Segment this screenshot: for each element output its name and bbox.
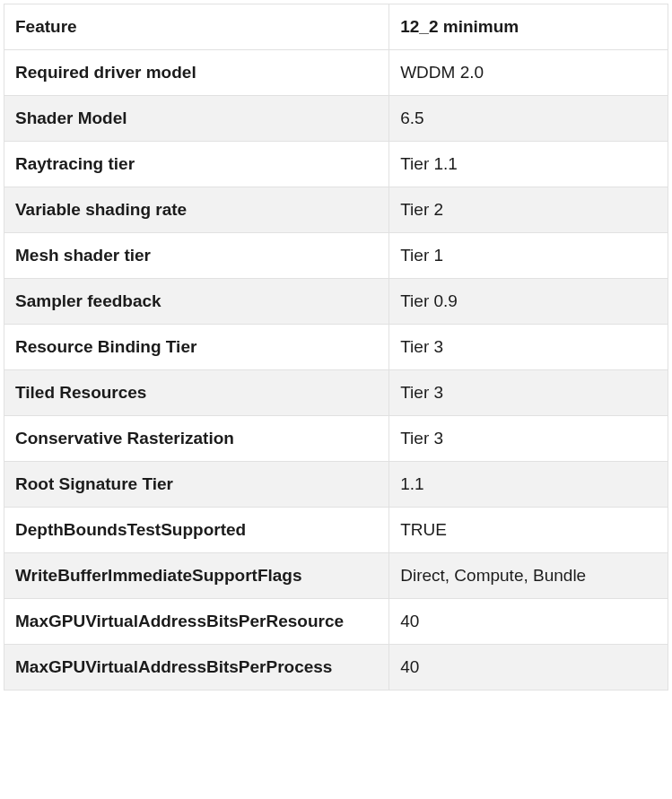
feature-cell: MaxGPUVirtualAddressBitsPerProcess [4,645,389,690]
table-row: Variable shading rate Tier 2 [4,187,668,233]
table-row: Raytracing tier Tier 1.1 [4,142,668,187]
feature-cell: Shader Model [4,96,389,142]
table-row: DepthBoundsTestSupported TRUE [4,508,668,553]
feature-cell: Variable shading rate [4,187,389,233]
table-body: Required driver model WDDM 2.0 Shader Mo… [4,50,668,690]
feature-cell: Root Signature Tier [4,462,389,508]
value-cell: 40 [389,599,668,645]
feature-cell: Sampler feedback [4,279,389,325]
table-row: Mesh shader tier Tier 1 [4,233,668,279]
header-minimum: 12_2 minimum [389,4,668,50]
value-cell: Tier 0.9 [389,279,668,325]
table-row: WriteBufferImmediateSupportFlags Direct,… [4,553,668,599]
table-row: Shader Model 6.5 [4,96,668,142]
value-cell: Direct, Compute, Bundle [389,553,668,599]
header-feature: Feature [4,4,389,50]
feature-cell: Conservative Rasterization [4,416,389,462]
value-cell: TRUE [389,508,668,553]
feature-table: Feature 12_2 minimum Required driver mod… [4,4,668,690]
feature-cell: Tiled Resources [4,370,389,416]
feature-cell: Required driver model [4,50,389,96]
table-row: Root Signature Tier 1.1 [4,462,668,508]
feature-cell: DepthBoundsTestSupported [4,508,389,553]
value-cell: Tier 1.1 [389,142,668,187]
value-cell: Tier 3 [389,370,668,416]
value-cell: Tier 3 [389,325,668,370]
feature-cell: Mesh shader tier [4,233,389,279]
feature-cell: MaxGPUVirtualAddressBitsPerResource [4,599,389,645]
value-cell: WDDM 2.0 [389,50,668,96]
table-row: MaxGPUVirtualAddressBitsPerProcess 40 [4,645,668,690]
table-row: MaxGPUVirtualAddressBitsPerResource 40 [4,599,668,645]
value-cell: Tier 2 [389,187,668,233]
table-row: Tiled Resources Tier 3 [4,370,668,416]
value-cell: Tier 1 [389,233,668,279]
table-row: Conservative Rasterization Tier 3 [4,416,668,462]
table-row: Sampler feedback Tier 0.9 [4,279,668,325]
value-cell: 1.1 [389,462,668,508]
table-row: Required driver model WDDM 2.0 [4,50,668,96]
value-cell: 6.5 [389,96,668,142]
value-cell: 40 [389,645,668,690]
feature-cell: WriteBufferImmediateSupportFlags [4,553,389,599]
feature-cell: Raytracing tier [4,142,389,187]
feature-cell: Resource Binding Tier [4,325,389,370]
table-row: Resource Binding Tier Tier 3 [4,325,668,370]
value-cell: Tier 3 [389,416,668,462]
